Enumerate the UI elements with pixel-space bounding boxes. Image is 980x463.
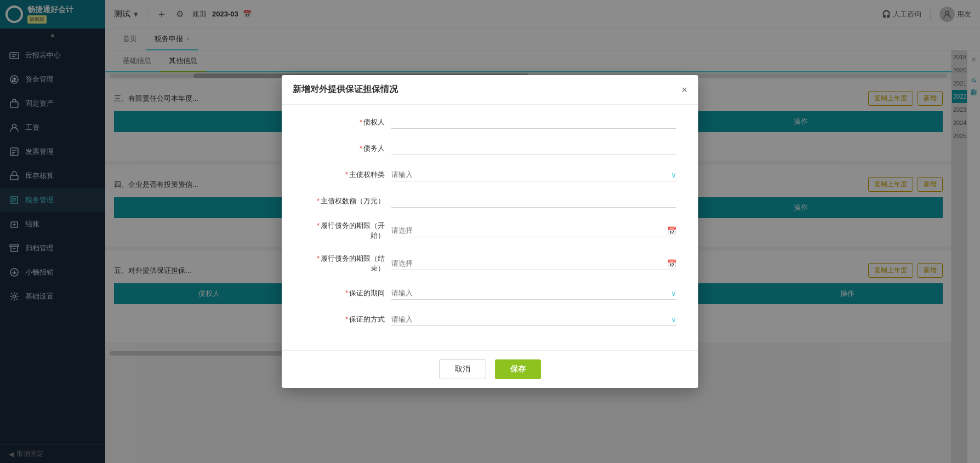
cancel-button[interactable]: 取消: [439, 359, 486, 379]
form-row-creditor: *债权人: [304, 116, 676, 129]
form-row-debtor: *债务人: [304, 142, 676, 155]
chevron-down-guarantee-method[interactable]: ∨: [671, 315, 676, 324]
input-debtor[interactable]: [391, 142, 676, 155]
date-period-end[interactable]: 📅: [391, 257, 676, 270]
label-guarantee-period: *保证的期间: [304, 288, 391, 298]
form-row-claim-amount: *主债权数额（万元）: [304, 195, 676, 208]
input-period-start[interactable]: [391, 224, 667, 237]
modal-header: 新增对外提供保证担保情况 ×: [282, 75, 698, 105]
form-row-guarantee-period: *保证的期间 ∨: [304, 287, 676, 300]
label-guarantee-method: *保证的方式: [304, 315, 391, 324]
chevron-down-guarantee-period[interactable]: ∨: [671, 289, 676, 298]
label-claim-type: *主债权种类: [304, 170, 391, 180]
input-period-end[interactable]: [391, 257, 667, 270]
form-row-claim-type: *主债权种类 ∨: [304, 168, 676, 181]
modal-close-button[interactable]: ×: [681, 85, 687, 95]
modal-body: *债权人 *债务人 *主债权种类 ∨: [282, 105, 698, 350]
input-claim-amount[interactable]: [391, 195, 676, 208]
input-guarantee-method[interactable]: [391, 313, 671, 325]
form-row-period-end: *履行债务的期限（结束） 📅: [304, 254, 676, 273]
label-debtor: *债务人: [304, 144, 391, 153]
select-guarantee-period[interactable]: ∨: [391, 287, 676, 300]
label-period-start: *履行债务的期限（开始）: [304, 221, 391, 241]
calendar-period-start-icon[interactable]: 📅: [667, 226, 676, 235]
form-row-guarantee-method: *保证的方式 ∨: [304, 313, 676, 326]
save-button[interactable]: 保存: [495, 359, 541, 379]
form-row-period-start: *履行债务的期限（开始） 📅: [304, 221, 676, 241]
calendar-period-end-icon[interactable]: 📅: [667, 259, 676, 268]
modal-overlay: 新增对外提供保证担保情况 × *债权人 *债务人 *主债权种类: [0, 0, 980, 463]
modal-title: 新增对外提供保证担保情况: [293, 84, 398, 95]
modal-footer: 取消 保存: [282, 350, 698, 388]
select-claim-type[interactable]: ∨: [391, 168, 676, 181]
input-creditor[interactable]: [391, 116, 676, 129]
label-claim-amount: *主债权数额（万元）: [304, 196, 391, 206]
select-guarantee-method[interactable]: ∨: [391, 313, 676, 326]
input-claim-type[interactable]: [391, 168, 671, 181]
modal-add-guarantee: 新增对外提供保证担保情况 × *债权人 *债务人 *主债权种类: [282, 75, 698, 388]
label-period-end: *履行债务的期限（结束）: [304, 254, 391, 273]
input-guarantee-period[interactable]: [391, 287, 671, 299]
date-period-start[interactable]: 📅: [391, 224, 676, 237]
label-creditor: *债权人: [304, 117, 391, 127]
chevron-down-claim-type[interactable]: ∨: [671, 170, 676, 179]
